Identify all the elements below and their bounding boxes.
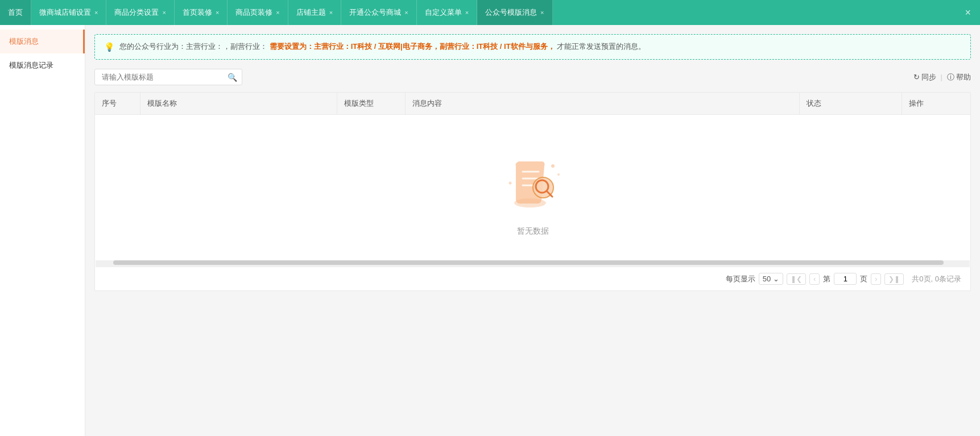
sync-icon: ↻ <box>913 73 920 81</box>
close-all-button[interactable]: × <box>956 7 980 19</box>
first-page-button[interactable]: ❚❮ <box>787 273 806 285</box>
help-icon: ⓘ <box>947 72 954 82</box>
nav-tab-product-decor[interactable]: 商品页装修 × <box>228 0 288 25</box>
col-header-type: 模版类型 <box>337 93 406 114</box>
search-actions: ↻ 同步 | ⓘ 帮助 <box>913 72 971 82</box>
close-shop-theme-icon[interactable]: × <box>329 9 333 16</box>
page-input[interactable] <box>834 273 857 285</box>
page-size-label: 每页显示 <box>726 274 755 284</box>
alert-box: 💡 您的公众号行业为：主营行业：，副营行业： 需要设置为：主营行业：IT科技 /… <box>94 34 971 60</box>
col-header-action: 操作 <box>902 93 970 114</box>
close-home-decor-icon[interactable]: × <box>216 9 219 16</box>
last-page-button[interactable]: ❯❚ <box>884 273 904 285</box>
col-header-name: 模版名称 <box>140 93 337 114</box>
search-row: 🔍 ↻ 同步 | ⓘ 帮助 <box>94 69 971 85</box>
close-product-decor-icon[interactable]: × <box>276 9 279 16</box>
close-template-msg-icon[interactable]: × <box>540 9 544 16</box>
prev-page-button[interactable]: ‹ <box>809 273 820 285</box>
svg-point-8 <box>557 173 560 176</box>
search-input-wrap[interactable]: 🔍 <box>94 69 242 85</box>
nav-tab-micro-shop[interactable]: 微商城店铺设置 × <box>31 0 106 25</box>
close-custom-menu-icon[interactable]: × <box>465 9 469 16</box>
empty-illustration <box>499 149 567 217</box>
search-icon[interactable]: 🔍 <box>228 73 237 82</box>
col-header-index: 序号 <box>95 93 140 114</box>
search-input[interactable] <box>100 69 228 85</box>
nav-tab-home[interactable]: 首页 <box>0 0 31 25</box>
main-layout: 模版消息 模版消息记录 💡 您的公众号行业为：主营行业：，副营行业： 需要设置为… <box>0 25 980 436</box>
help-label: 帮助 <box>956 72 971 82</box>
next-page-button[interactable]: › <box>871 273 881 285</box>
alert-highlight: 需要设置为：主营行业：IT科技 / 互联网|电子商务，副营行业：IT科技 / I… <box>270 42 555 51</box>
svg-point-9 <box>508 182 511 185</box>
alert-icon: 💡 <box>104 42 115 52</box>
data-table: 序号 模版名称 模版类型 消息内容 状态 操作 <box>94 92 971 291</box>
nav-tab-home-decor[interactable]: 首页装修 × <box>175 0 228 25</box>
page-size-select[interactable]: 50 ⌄ <box>759 273 783 285</box>
page-prefix: 第 <box>823 274 830 284</box>
svg-point-7 <box>551 164 555 168</box>
empty-state: 暂无数据 <box>95 115 970 259</box>
page-suffix: 页 <box>860 274 867 284</box>
pagination: 每页显示 50 ⌄ ❚❮ ‹ 第 页 › ❯❚ 共0页, 0条记录 <box>95 267 970 290</box>
sync-label: 同步 <box>921 72 936 82</box>
close-category-icon[interactable]: × <box>162 9 166 16</box>
total-info: 共0页, 0条记录 <box>912 274 961 284</box>
close-open-mall-icon[interactable]: × <box>404 9 408 16</box>
nav-tab-category[interactable]: 商品分类设置 × <box>106 0 174 25</box>
divider: | <box>941 73 942 81</box>
content-area: 💡 您的公众号行业为：主营行业：，副营行业： 需要设置为：主营行业：IT科技 /… <box>85 25 980 436</box>
col-header-content: 消息内容 <box>406 93 800 114</box>
top-nav: 首页 微商城店铺设置 × 商品分类设置 × 首页装修 × 商品页装修 × 店铺主… <box>0 0 980 25</box>
chevron-down-icon: ⌄ <box>773 275 779 283</box>
scrollbar-thumb[interactable] <box>113 260 944 265</box>
close-micro-shop-icon[interactable]: × <box>94 9 98 16</box>
sidebar-item-template-msg[interactable]: 模版消息 <box>0 30 85 53</box>
table-header: 序号 模版名称 模版类型 消息内容 状态 操作 <box>95 93 970 115</box>
nav-tab-shop-theme[interactable]: 店铺主题 × <box>288 0 341 25</box>
sidebar-item-template-log[interactable]: 模版消息记录 <box>0 53 85 77</box>
alert-text: 您的公众号行业为：主营行业：，副营行业： 需要设置为：主营行业：IT科技 / 互… <box>119 41 646 52</box>
scrollbar[interactable] <box>96 260 970 267</box>
page-size-value: 50 <box>763 275 771 283</box>
nav-tab-custom-menu[interactable]: 自定义菜单 × <box>417 0 477 25</box>
col-header-status: 状态 <box>800 93 902 114</box>
nav-tab-open-mall[interactable]: 开通公众号商城 × <box>341 0 416 25</box>
sync-button[interactable]: ↻ 同步 <box>913 72 936 82</box>
help-button[interactable]: ⓘ 帮助 <box>947 72 971 82</box>
empty-text: 暂无数据 <box>517 226 549 236</box>
nav-tab-template-msg[interactable]: 公众号模版消息 × <box>477 0 552 25</box>
sidebar: 模版消息 模版消息记录 <box>0 25 85 436</box>
